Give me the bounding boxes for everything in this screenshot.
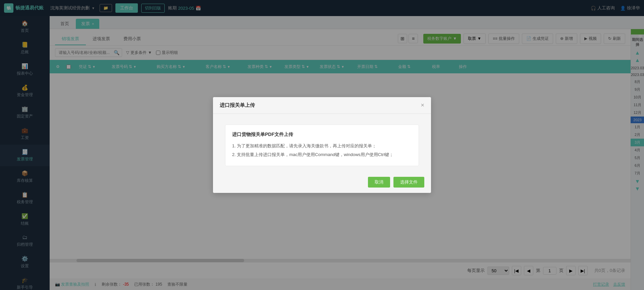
instruction-2: 2. 支持批量上传进口报关单，mac用户使用Command键，windows用户… [232, 150, 412, 159]
modal-overlay[interactable]: 进口报关单上传 × 进口货物报关单PDF文件上传 1. 为了更加精准的数据匹配，… [0, 0, 644, 290]
instruction-1: 1. 为了更加精准的数据匹配，请先录入海关缴款书，再上传对应的报关单； [232, 142, 412, 150]
modal-instructions: 1. 为了更加精准的数据匹配，请先录入海关缴款书，再上传对应的报关单； 2. 支… [232, 142, 412, 159]
modal-body: 进口货物报关单PDF文件上传 1. 为了更加精准的数据匹配，请先录入海关缴款书，… [225, 125, 419, 166]
modal-header: 进口报关单上传 × [213, 97, 431, 114]
modal-select-file-button[interactable]: 选择文件 [393, 177, 424, 188]
modal-close-button[interactable]: × [421, 102, 424, 109]
import-customs-modal: 进口报关单上传 × 进口货物报关单PDF文件上传 1. 为了更加精准的数据匹配，… [213, 97, 431, 193]
modal-cancel-button[interactable]: 取消 [368, 177, 390, 188]
modal-title: 进口报关单上传 [220, 102, 255, 108]
modal-section-title: 进口货物报关单PDF文件上传 [232, 132, 412, 138]
modal-footer: 取消 选择文件 [213, 171, 431, 193]
